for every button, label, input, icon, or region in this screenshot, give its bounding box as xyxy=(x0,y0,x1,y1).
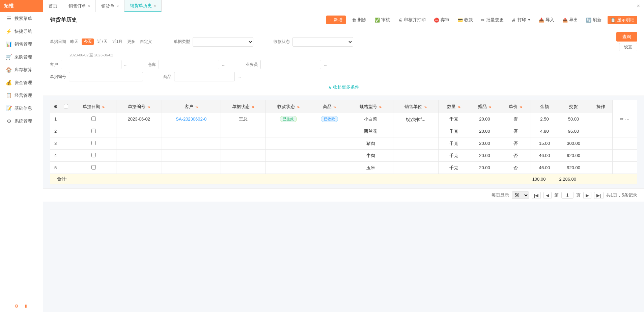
doc-no-link[interactable]: SA-20230602-0 xyxy=(176,116,206,122)
doc-no-input[interactable] xyxy=(69,72,143,81)
col-doc-status[interactable]: 单据状态 ⇅ xyxy=(221,100,266,113)
col-settings[interactable]: ⚙ xyxy=(50,100,61,113)
main-area: 首页 销售订单 × 销货单 × 销货单历史 × × 销货单历史 + 新增 xyxy=(43,0,644,312)
sidebar-item-sales-mgmt[interactable]: 📊 销售管理 xyxy=(0,38,43,51)
customer-ellipsis[interactable]: ... xyxy=(124,62,128,67)
review-label: 审核 xyxy=(381,17,390,23)
col-doc-no[interactable]: 单据编号 ⇅ xyxy=(116,100,162,113)
first-page-button[interactable]: |◀ xyxy=(532,192,541,199)
sidebar-item-search-menu[interactable]: ☰ 搜索菜单 xyxy=(0,12,43,25)
tab-sales-history-close[interactable]: × xyxy=(154,4,156,8)
table-cell xyxy=(162,150,221,162)
shortcut-custom[interactable]: 自定义 xyxy=(139,38,153,45)
sidebar-item-finance-mgmt[interactable]: 💰 资金管理 xyxy=(0,76,43,89)
abandon-button[interactable]: ⛔ 弃审 xyxy=(432,16,451,24)
review-print-button[interactable]: 🖨 审核并打印 xyxy=(396,16,428,24)
table-cell: ✏⋯ xyxy=(613,113,637,125)
row-number: 5 xyxy=(50,162,61,174)
batch-change-button[interactable]: ✏ 批量变更 xyxy=(479,16,506,24)
tab-sales-goods[interactable]: 销货单 × xyxy=(96,0,124,12)
new-label: 新增 xyxy=(334,17,342,23)
row-checkbox[interactable] xyxy=(91,153,96,157)
page-input[interactable] xyxy=(561,192,573,199)
sidebar-item-operations[interactable]: 📋 经营管理 xyxy=(0,89,43,102)
payment-status-filter-group: 收款状态 xyxy=(274,37,353,47)
table-cell xyxy=(266,137,311,150)
show-detail-button[interactable]: 📋 显示明细 xyxy=(608,16,637,24)
tab-sales-order[interactable]: 销售订单 × xyxy=(63,0,96,12)
sidebar-item-quick-nav[interactable]: ⚡ 快捷导航 xyxy=(0,25,43,38)
page-size-select[interactable]: 20 50 100 xyxy=(512,191,529,199)
last-page-button[interactable]: ▶| xyxy=(594,192,603,199)
col-spec[interactable]: 规格型号 ⇅ xyxy=(348,100,393,113)
row-checkbox[interactable] xyxy=(91,129,96,133)
tab-bar-close-all[interactable]: × xyxy=(637,3,644,9)
sidebar-item-inventory[interactable]: 🏠 库存核算 xyxy=(0,63,43,76)
setting-button[interactable]: 设置 xyxy=(619,43,637,51)
prev-page-button[interactable]: ◀ xyxy=(543,192,552,199)
col-gift[interactable]: 赠品 ⇅ xyxy=(469,100,500,113)
review-button[interactable]: ✅ 审核 xyxy=(372,16,392,24)
next-page-button[interactable]: ▶ xyxy=(583,192,591,199)
tab-home[interactable]: 首页 xyxy=(43,0,63,12)
shortcut-1month[interactable]: 近1月 xyxy=(111,38,124,45)
col-customer[interactable]: 客户 ⇅ xyxy=(162,100,221,113)
row-checkbox[interactable] xyxy=(91,116,96,121)
tab-sales-history[interactable]: 销货单历史 × xyxy=(124,0,162,12)
row-checkbox[interactable] xyxy=(91,165,96,170)
edit-icon[interactable]: ✏ xyxy=(620,116,624,122)
select-all-checkbox[interactable] xyxy=(64,104,68,108)
tab-sales-goods-close[interactable]: × xyxy=(116,4,118,8)
table-cell: 否 xyxy=(500,162,531,174)
more-icon[interactable]: ⋯ xyxy=(625,116,629,122)
product-ellipsis[interactable]: ... xyxy=(237,74,241,79)
new-button[interactable]: + 新增 xyxy=(326,16,346,24)
col-qty[interactable]: 数量 ⇅ xyxy=(438,100,469,113)
collapse-button[interactable]: ∧ 收起更多条件 xyxy=(50,84,637,90)
row-checkbox[interactable] xyxy=(91,141,96,145)
tab-sales-order-close[interactable]: × xyxy=(88,4,90,8)
payment-status-select[interactable] xyxy=(292,37,353,47)
shortcut-7days[interactable]: 近7天 xyxy=(96,38,109,45)
col-product[interactable]: 商品 ⇅ xyxy=(311,100,348,113)
salesperson-input[interactable] xyxy=(260,60,321,69)
sidebar-settings-icon[interactable]: ⚙ xyxy=(15,304,19,309)
col-spec-label: 规格型号 xyxy=(360,104,377,109)
import-button[interactable]: 📥 导入 xyxy=(537,16,556,24)
refresh-button[interactable]: 🔄 刷新 xyxy=(584,16,604,24)
sidebar-item-sys-mgmt[interactable]: ⚙ 系统管理 xyxy=(0,115,43,128)
query-button[interactable]: 查询 xyxy=(616,32,637,42)
shortcut-more[interactable]: 更多 xyxy=(126,38,137,45)
basic-info-icon: 📝 xyxy=(6,105,12,111)
product-input[interactable] xyxy=(174,72,235,81)
shortcut-yesterday[interactable]: 昨天 xyxy=(69,38,80,45)
doc-type-label: 单据类型 xyxy=(174,39,190,45)
sidebar-item-purchase-mgmt[interactable]: 🛒 采购管理 xyxy=(0,51,43,63)
table-cell xyxy=(221,137,266,150)
sidebar-item-label: 经营管理 xyxy=(15,93,32,99)
col-unit-price[interactable]: 单价 ⇅ xyxy=(500,100,531,113)
tab-sales-goods-label: 销货单 xyxy=(101,3,114,9)
table-cell xyxy=(162,125,221,137)
warehouse-ellipsis[interactable]: ... xyxy=(222,62,225,67)
col-payment-status[interactable]: 收款状态 ⇅ xyxy=(266,100,311,113)
abandon-label: 弃审 xyxy=(441,17,449,23)
sidebar-item-label: 基础信息 xyxy=(15,105,32,111)
col-checkbox[interactable] xyxy=(61,100,71,113)
sidebar-pause-icon[interactable]: ⏸ xyxy=(24,304,28,309)
doc-type-select[interactable] xyxy=(193,37,253,47)
col-sales-unit[interactable]: 销售单位 ⇅ xyxy=(393,100,438,113)
customer-sort-icon: ⇅ xyxy=(195,105,198,109)
collect-button[interactable]: 💳 收款 xyxy=(455,16,475,24)
salesperson-ellipsis[interactable]: ... xyxy=(324,62,327,67)
warehouse-input[interactable] xyxy=(159,60,219,69)
sidebar-item-basic-info[interactable]: 📝 基础信息 xyxy=(0,102,43,115)
shortcut-today[interactable]: 今天 xyxy=(82,38,94,45)
export-button[interactable]: 📤 导出 xyxy=(560,16,580,24)
customer-input[interactable] xyxy=(61,60,121,69)
date-filter-group: 单据日期 昨天 今天 近7天 近1月 更多 自定义 xyxy=(50,38,153,45)
print-button[interactable]: 🖨 打印 ▼ xyxy=(510,16,533,24)
delete-button[interactable]: 🗑 删除 xyxy=(350,16,368,24)
page-header: 销货单历史 + 新增 🗑 删除 ✅ 审核 🖨 审核并打印 xyxy=(43,12,644,28)
col-doc-date[interactable]: 单据日期 ⇅ xyxy=(71,100,116,113)
